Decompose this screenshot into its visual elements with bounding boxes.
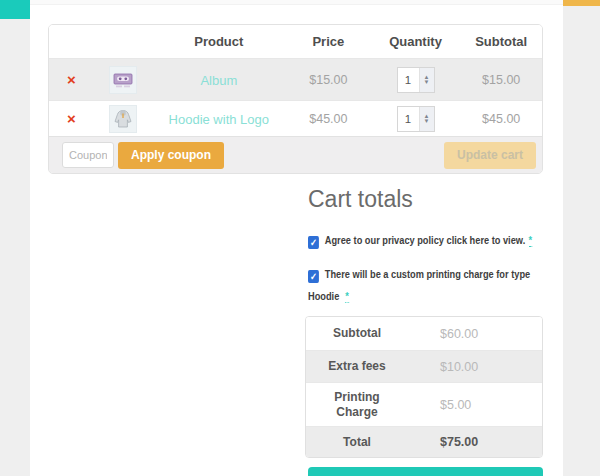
privacy-policy-checkbox-row: ✓Agree to our privacy policy click here … [308,229,532,251]
cart-actions-row: Apply coupon Update cart [49,136,542,173]
product-link-album[interactable]: Album [200,73,237,88]
totals-label: Printing Charge [306,390,394,420]
cart-item-row-hoodie: × Hoodie with Logo $45.00 1 ▲ ▼ [49,100,542,136]
totals-label: Subtotal [306,326,394,341]
totals-value: $60.00 [394,327,542,341]
totals-value: $5.00 [394,398,542,412]
quantity-stepper[interactable]: ▲ ▼ [419,68,434,92]
quantity-value[interactable]: 1 [398,107,419,131]
quantity-input[interactable]: 1 ▲ ▼ [397,106,435,132]
proceed-to-checkout-button[interactable] [308,467,543,476]
cart-item-row-album: × Album $15.00 1 [49,58,542,100]
remove-item-icon[interactable]: × [67,71,76,88]
top-strip [30,0,563,5]
totals-row-printing-charge: Printing Charge $5.00 [306,382,542,426]
totals-row-subtotal: Subtotal $60.00 [306,317,542,350]
quantity-value[interactable]: 1 [398,68,419,92]
cart-items-table: Product Price Quantity Subtotal × [48,24,543,174]
stepper-down-icon[interactable]: ▼ [424,119,430,124]
cart-totals-table: Subtotal $60.00 Extra fees $10.00 Printi… [305,316,543,458]
cart-table-header-row: Product Price Quantity Subtotal [49,25,542,58]
stepper-down-icon[interactable]: ▼ [424,80,430,85]
required-asterisk: * [345,290,349,303]
privacy-policy-checkbox[interactable]: ✓ [308,236,319,249]
cart-totals-title: Cart totals [308,186,413,213]
privacy-policy-label: Agree to our privacy policy click here t… [325,234,525,246]
coupon-code-input[interactable] [62,142,114,168]
cassette-icon [110,67,136,93]
required-asterisk: * [529,234,533,247]
totals-row-total: Total $75.00 [306,426,542,457]
item-subtotal: $15.00 [460,73,542,87]
checkmark-icon: ✓ [308,236,319,249]
update-cart-button[interactable]: Update cart [444,142,536,169]
teal-accent-block [0,0,30,19]
right-page-margin [563,6,600,476]
price-column-header: Price [286,34,371,49]
totals-label: Total [306,435,394,450]
subtotal-column-header: Subtotal [460,34,542,49]
totals-row-extra-fees: Extra fees $10.00 [306,350,542,382]
quantity-input[interactable]: 1 ▲ ▼ [397,67,435,93]
apply-coupon-button[interactable]: Apply coupon [118,142,224,169]
printing-charge-checkbox-row: ✓There will be a custom printing charge … [308,263,556,307]
totals-value: $10.00 [394,360,542,374]
remove-item-icon[interactable]: × [67,110,76,127]
product-column-header: Product [152,34,286,49]
checkmark-icon: ✓ [308,270,319,283]
item-subtotal: $45.00 [460,112,542,126]
item-price: $15.00 [286,73,371,87]
quantity-stepper[interactable]: ▲ ▼ [419,107,434,131]
quantity-column-header: Quantity [371,34,461,49]
product-thumbnail-album[interactable] [109,66,137,94]
printing-charge-label: There will be a custom printing charge f… [308,268,530,302]
cart-page: Product Price Quantity Subtotal × [0,0,600,476]
item-price: $45.00 [286,112,371,126]
printing-charge-checkbox[interactable]: ✓ [308,270,319,283]
left-page-margin [0,19,30,476]
totals-label: Extra fees [306,359,394,374]
product-link-hoodie[interactable]: Hoodie with Logo [169,112,269,127]
totals-value: $75.00 [394,435,542,449]
product-thumbnail-hoodie[interactable] [109,105,137,133]
hoodie-icon [110,106,136,132]
